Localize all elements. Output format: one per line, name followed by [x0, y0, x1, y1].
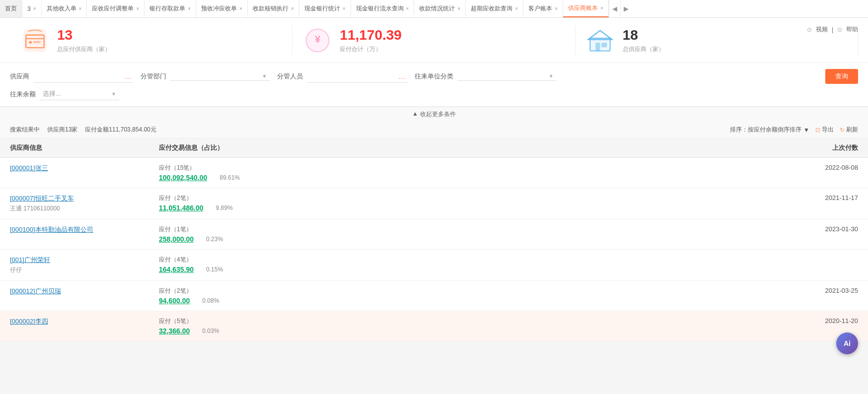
supplier-link-0[interactable]: [000001]张三 [10, 164, 48, 172]
trans-row-3: 164,635.90 0.15% [159, 265, 759, 273]
supplier-input[interactable] [35, 71, 125, 81]
supplier-col-3: [001]广州荣轩 仔仔 [10, 256, 159, 274]
collapse-button[interactable]: ▲ 收起更多条件 [0, 107, 868, 122]
nav-prev-arrow[interactable]: ◀ [609, 0, 620, 17]
nav-ar-adjust-label: 应收应付调整单 [92, 4, 134, 13]
nav-ar-adjust[interactable]: 应收应付调整单 × [87, 0, 145, 17]
export-button[interactable]: ⊡ 导出 [815, 126, 834, 134]
nav-cash-bank-stats-label: 现金银行统计 [304, 4, 340, 13]
supplier-sub-1: 王通 17106110000 [10, 204, 159, 213]
table-row: [000001]张三 应付（15笔） 100,092,540.00 89.61%… [0, 158, 868, 188]
trans-amount-4[interactable]: 94,600.00 [159, 297, 190, 305]
nav-overdue-ar-label: 超期应收款查询 [471, 4, 512, 13]
nav-supplier-ledger-label: 供应商账本 [568, 4, 598, 12]
refresh-icon: ↻ [840, 127, 845, 133]
transaction-col-0: 应付（15笔） 100,092,540.00 89.61% [159, 164, 759, 182]
amount-icon: ¥ [302, 25, 332, 55]
total-amount-number: 11,170.39 [340, 27, 402, 44]
table-row: [000002]李四 应付（5笔） 32,366.00 0.03% 2020-1… [0, 311, 868, 341]
nav-cash-bank-stats[interactable]: 现金银行统计 × [299, 0, 351, 17]
supplier-link-3[interactable]: [001]广州荣轩 [10, 256, 50, 263]
lastpay-col-1: 2021-11-17 [759, 194, 858, 201]
trans-percent-2: 0.23% [206, 236, 223, 243]
nav-cash-bank-flow-close[interactable]: × [406, 6, 409, 11]
nav-supplier-ledger[interactable]: 供应商账本 × [563, 0, 609, 17]
summary-content-pay-supplier: 13 总应付供应商（家） [57, 27, 111, 54]
query-button[interactable]: 查询 [825, 69, 858, 84]
filter-person: 分管人员 ... [277, 70, 407, 83]
nav-bank-deposit[interactable]: 银行存取款单 × [145, 0, 196, 17]
nav-customer-ledger-close[interactable]: × [555, 6, 558, 11]
nav-bank-deposit-close[interactable]: × [188, 6, 191, 11]
summary-card-total-amount: ¥ 11,170.39 应付合计（万） [292, 25, 575, 55]
supplier-link-5[interactable]: [000002]李四 [10, 318, 48, 325]
nav-customer-ledger[interactable]: 客户账本 × [523, 0, 563, 17]
supplier-link-1[interactable]: [000007]恒旺二手叉车 [10, 195, 74, 202]
nav-collection-stats[interactable]: 收款情况统计 × [414, 0, 466, 17]
last-pay-date-5: 2020-11-20 [825, 317, 859, 325]
nav-advance-ar[interactable]: 预收冲应收单 × [196, 0, 248, 17]
nav-collection-stats-label: 收款情况统计 [419, 4, 455, 13]
trans-row-1: 11,051,486.00 9.89% [159, 204, 759, 212]
filter-unit-class: 往来单位分类 ▼ [415, 72, 557, 81]
trans-percent-3: 0.15% [206, 266, 223, 273]
nav-overdue-ar[interactable]: 超期应收款查询 × [466, 0, 523, 17]
main-content: 13 总应付供应商（家） ¥ 11,170.39 应付合计（万） [0, 18, 868, 394]
person-dots[interactable]: ... [398, 72, 405, 81]
nav-cash-bank-stats-close[interactable]: × [343, 6, 346, 11]
refresh-button[interactable]: ↻ 刷新 [840, 126, 858, 134]
amount-label: 应付金额111,703,854.00元 [85, 126, 156, 134]
nav-next-arrow[interactable]: ▶ [620, 0, 632, 17]
help-icon: ⊙ [837, 26, 842, 33]
summary-card-pay-supplier: 13 总应付供应商（家） [10, 25, 292, 55]
nav-collection-verify-close[interactable]: × [291, 6, 294, 11]
trans-amount-2[interactable]: 258,000.00 [159, 235, 194, 243]
nav-ar-adjust-close[interactable]: × [136, 6, 139, 11]
result-bar-left: 搜索结果中 供应商13家 应付金额111,703,854.00元 [10, 126, 156, 134]
svg-rect-11 [601, 43, 607, 47]
refresh-label: 刷新 [846, 126, 858, 134]
video-link[interactable]: 视频 [816, 25, 828, 34]
nav-collection-verify[interactable]: 收款核销执行 × [248, 0, 299, 17]
transaction-col-2: 应付（1笔） 258,000.00 0.23% [159, 225, 759, 243]
trans-row-0: 100,092,540.00 89.61% [159, 174, 759, 182]
help-link[interactable]: 帮助 [846, 25, 858, 34]
balance-dropdown-arrow: ▼ [111, 91, 116, 97]
trans-amount-0[interactable]: 100,092,540.00 [159, 174, 207, 182]
supplier-sub-3: 仔仔 [10, 266, 159, 274]
lastpay-col-2: 2023-01-30 [759, 225, 858, 233]
nav-overdue-ar-close[interactable]: × [515, 6, 518, 11]
unit-class-select[interactable]: ▼ [457, 72, 557, 81]
filter-dept: 分管部门 ▼ [141, 72, 270, 81]
last-pay-date-0: 2022-08-08 [825, 164, 859, 171]
nav-home-label: 首页 [5, 4, 17, 13]
ai-button[interactable]: Ai [836, 332, 858, 354]
nav-other-income[interactable]: 其他收入单 × [42, 0, 87, 17]
top-right-links: ⊙ 视频 | ⊙ 帮助 [807, 25, 858, 34]
nav-other-income-close[interactable]: × [79, 6, 82, 11]
trans-amount-5[interactable]: 32,366.00 [159, 327, 190, 335]
last-pay-date-4: 2021-03-25 [825, 287, 859, 294]
nav-tab3[interactable]: 3 × [22, 0, 42, 17]
sort-button[interactable]: 排序：按应付余额倒序排序 ▼ [730, 126, 809, 134]
balance-select[interactable]: 选择... ▼ [40, 88, 119, 100]
nav-cash-bank-flow[interactable]: 现金银行流水查询 × [351, 0, 415, 17]
trans-percent-4: 0.08% [202, 297, 219, 304]
supplier-link-2[interactable]: [000100]本特勤油品有限公司 [10, 226, 93, 233]
trans-amount-3[interactable]: 164,635.90 [159, 265, 194, 273]
result-bar-right: 排序：按应付余额倒序排序 ▼ ⊡ 导出 ↻ 刷新 [730, 126, 858, 134]
nav-supplier-ledger-close[interactable]: × [600, 5, 603, 11]
unit-class-label: 往来单位分类 [415, 72, 453, 81]
nav-bank-deposit-label: 银行存取款单 [149, 4, 185, 13]
person-input[interactable] [309, 71, 398, 81]
nav-tab3-close[interactable]: × [33, 6, 36, 11]
supplier-link-4[interactable]: [000012]广州贝瑞 [10, 287, 61, 295]
filter-row-1: 供应商 ... 分管部门 ▼ 分管人员 ... [10, 69, 858, 84]
trans-amount-1[interactable]: 11,051,486.00 [159, 204, 204, 212]
supplier-dots[interactable]: ... [125, 72, 131, 81]
video-icon: ⊙ [807, 26, 812, 33]
nav-home[interactable]: 首页 [0, 0, 22, 17]
nav-collection-stats-close[interactable]: × [457, 6, 460, 11]
dept-select[interactable]: ▼ [170, 72, 270, 81]
nav-advance-ar-close[interactable]: × [239, 6, 242, 11]
